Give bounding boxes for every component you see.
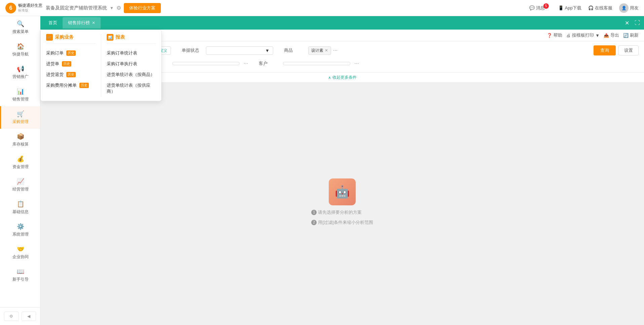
menu-item-purchase-incoming[interactable]: 进货单 历史 <box>46 58 96 69</box>
sidebar-collapse-btn[interactable]: ◀ <box>22 312 36 321</box>
sidebar-item-finance[interactable]: 💰 资金管理 <box>0 151 40 174</box>
print-icon: 🖨 <box>566 33 571 38</box>
tab-expand-icon[interactable]: ⛶ <box>633 18 641 28</box>
tabbar: 首页 销售排行榜 ✕ ✕ ⛶ <box>40 16 644 30</box>
empty-step2: 2 用[过滤]条件来缩小分析范围 <box>311 219 373 228</box>
finance-icon: 💰 <box>17 155 24 163</box>
status-select[interactable]: ▼ <box>206 46 273 55</box>
phone-icon: 📱 <box>558 5 564 10</box>
sidebar-item-search[interactable]: 🔍 搜索菜单 <box>0 16 40 39</box>
menu-item-report-order-stat[interactable]: 采购订单统计表 <box>107 48 156 58</box>
topbar-title-area: 装备及固定资产辅助管理系统 ▼ ⚙ 体验行业方案 <box>46 3 529 13</box>
empty-step1: 1 请先选择要分析的方案 <box>311 209 373 217</box>
settings-gear-icon[interactable]: ⚙ <box>116 5 121 11</box>
export-icon: 📤 <box>604 33 609 38</box>
salesman-select[interactable] <box>172 62 240 65</box>
refresh-icon: 🔄 <box>623 33 629 38</box>
logo-sub: 标准版 <box>18 8 42 13</box>
topbar: 6 畅捷通好生意 标准版 装备及固定资产辅助管理系统 ▼ ⚙ 体验行业方案 💬 … <box>0 0 644 16</box>
report-section-title: 📊 报表 <box>107 34 156 44</box>
sidebar-item-guide[interactable]: 📖 新手引导 <box>0 264 40 286</box>
expense-badge: 历史 <box>79 83 89 88</box>
status-dropdown-icon: ▼ <box>265 48 270 53</box>
sidebar-item-inventory[interactable]: 📦 库存核算 <box>0 129 40 151</box>
avatar-icon: 👤 <box>621 6 627 10</box>
logo-area: 6 畅捷通好生意 标准版 <box>5 3 46 13</box>
message-badge: 5 <box>543 3 549 9</box>
menu-item-purchase-expense[interactable]: 采购费用分摊单 历史 <box>46 80 96 91</box>
menu-item-purchase-return[interactable]: 进货退货 历史 <box>46 69 96 80</box>
home-icon: 🏠 <box>17 43 24 50</box>
empty-robot-icon: 🤖 <box>329 178 356 205</box>
print-btn[interactable]: 🖨 按模板打印 ▼ <box>566 32 600 38</box>
sidebar-bottom: ⚙ ◀ <box>0 307 40 325</box>
tabbar-right: ✕ ⛶ <box>623 18 641 28</box>
menu-item-report-order-exec[interactable]: 采购订单执行表 <box>107 58 156 69</box>
purchase-dropdown-menu: 🛒 采购业务 采购订单 历史 进货单 历史 进货退货 历史 采购费用分摊单 历史… <box>40 30 162 101</box>
sidebar-item-operation[interactable]: 📈 经营管理 <box>0 174 40 196</box>
help-icon: ❓ <box>547 33 552 38</box>
collapse-label: 收起更多条件 <box>332 75 357 80</box>
system-title: 装备及固定资产辅助管理系统 <box>46 5 107 11</box>
system-icon: ⚙️ <box>17 223 24 230</box>
refresh-btn[interactable]: 🔄 刷新 <box>623 32 639 38</box>
salesman-more-dots[interactable]: ··· <box>244 60 248 67</box>
menu-item-report-incoming-supplier[interactable]: 进货单统计表（按供应商） <box>107 80 156 97</box>
goods-more-dots[interactable]: ··· <box>333 47 337 53</box>
setting-btn[interactable]: 设置 <box>618 45 639 55</box>
query-btn[interactable]: 查询 <box>594 45 616 55</box>
collapse-up-icon: ∧ <box>328 75 331 80</box>
message-btn[interactable]: 💬 消息 5 <box>529 5 551 11</box>
menu-item-purchase-order[interactable]: 采购订单 历史 <box>46 48 96 58</box>
enterprise-icon: 🤝 <box>17 245 24 253</box>
tab-home[interactable]: 首页 <box>43 17 63 29</box>
sidebar-settings-btn[interactable]: ⚙ <box>4 312 19 321</box>
customer-more-dots[interactable]: ··· <box>354 60 359 67</box>
sidebar-item-basic[interactable]: 📋 基础信息 <box>0 196 40 219</box>
app-download-btn[interactable]: 📱 App下载 <box>558 5 581 11</box>
tab-close-all-icon[interactable]: ✕ <box>623 18 631 28</box>
search-icon: 🔍 <box>17 20 24 28</box>
goods-tag[interactable]: 设计素 ✕ <box>308 46 331 55</box>
operation-icon: 📈 <box>17 178 24 185</box>
customer-select[interactable] <box>283 62 350 65</box>
incoming-badge: 历史 <box>62 61 71 67</box>
sales-icon: 📊 <box>17 88 24 95</box>
online-service-btn[interactable]: 🎧 在线客服 <box>588 5 612 11</box>
title-dropdown-icon[interactable]: ▼ <box>110 6 114 10</box>
sidebar-item-system[interactable]: ⚙️ 系统管理 <box>0 219 40 241</box>
sidebar-item-marketing[interactable]: 📢 营销推广 <box>0 61 40 84</box>
goods-area: 设计素 ✕ ··· <box>308 46 337 55</box>
topbar-right: 💬 消息 5 📱 App下载 🎧 在线客服 👤 用友 <box>529 3 639 13</box>
user-avatar-btn[interactable]: 👤 用友 <box>619 3 639 13</box>
menu-item-report-incoming-goods[interactable]: 进货单统计表（按商品） <box>107 69 156 80</box>
empty-state: 🤖 1 请先选择要分析的方案 2 用[过滤]条件来缩小分析范围 <box>40 83 644 325</box>
sidebar-item-purchase[interactable]: 🛒 采购管理 <box>0 106 40 129</box>
sidebar-item-sales[interactable]: 📊 销售管理 <box>0 84 40 106</box>
purchase-section: 🛒 采购业务 采购订单 历史 进货单 历史 进货退货 历史 采购费用分摊单 历史 <box>41 34 101 97</box>
purchase-section-title: 🛒 采购业务 <box>46 34 96 44</box>
tab-close-icon[interactable]: ✕ <box>92 21 95 25</box>
print-dropdown-icon: ▼ <box>595 33 600 38</box>
headset-icon: 🎧 <box>588 5 594 10</box>
logo-title: 畅捷通好生意 <box>18 3 42 8</box>
sidebar: 🔍 搜索菜单 🏠 快捷导航 📢 营销推广 📊 销售管理 🛒 采购管理 📦 库存核… <box>0 16 40 325</box>
help-btn[interactable]: ❓ 帮助 <box>547 32 562 38</box>
customer-label: 客户 <box>259 60 279 67</box>
sidebar-item-quicknav[interactable]: 🏠 快捷导航 <box>0 39 40 61</box>
query-actions: 查询 设置 <box>594 45 639 55</box>
avatar: 👤 <box>619 3 629 13</box>
purchase-icon: 🛒 <box>17 110 24 118</box>
sidebar-item-enterprise[interactable]: 🤝 企业协同 <box>0 241 40 264</box>
inventory-icon: 📦 <box>17 133 24 140</box>
logo-icon: 6 <box>5 3 16 13</box>
guide-icon: 📖 <box>17 268 24 275</box>
tab-sales-ranking[interactable]: 销售排行榜 ✕ <box>63 17 101 29</box>
goods-tag-remove[interactable]: ✕ <box>325 48 328 53</box>
goods-label: 商品 <box>284 47 304 53</box>
tab-home-label: 首页 <box>48 20 57 26</box>
industry-btn[interactable]: 体验行业方案 <box>124 3 161 13</box>
export-btn[interactable]: 📤 导出 <box>604 32 619 38</box>
tab-sales-ranking-label: 销售排行榜 <box>68 20 90 26</box>
marketing-icon: 📢 <box>17 65 24 73</box>
